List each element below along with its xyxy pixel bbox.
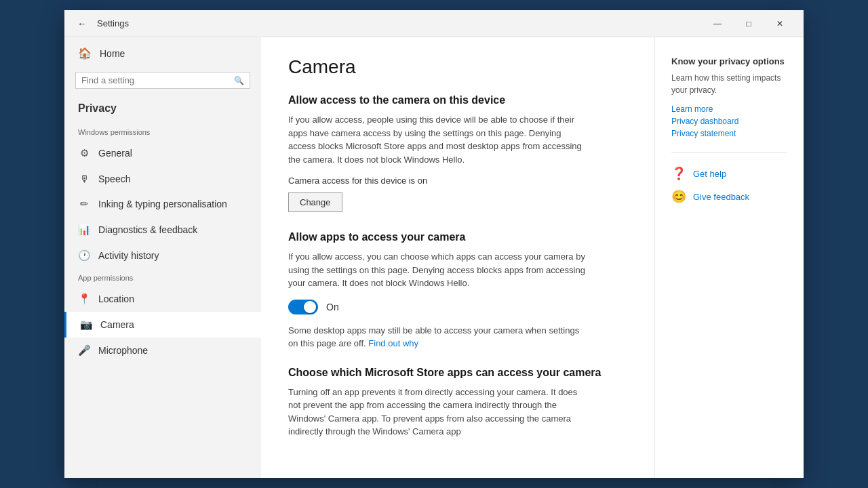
section2-desc: If you allow access, you can choose whic… bbox=[288, 250, 587, 290]
back-button[interactable]: ← bbox=[73, 14, 92, 33]
inking-icon: ✏ bbox=[78, 198, 90, 210]
speech-label: Speech bbox=[98, 174, 130, 184]
microphone-icon: 🎤 bbox=[78, 344, 90, 357]
camera-label: Camera bbox=[100, 319, 134, 330]
note-text: Some desktop apps may still be able to a… bbox=[288, 324, 587, 350]
camera-toggle[interactable] bbox=[288, 300, 318, 314]
home-label: Home bbox=[100, 48, 125, 59]
app-permissions-label: App permissions bbox=[64, 268, 261, 286]
change-button[interactable]: Change bbox=[288, 192, 342, 212]
sidebar-item-location[interactable]: 📍 Location bbox=[64, 286, 261, 312]
section3-title: Choose which Microsoft Store apps can ac… bbox=[288, 367, 627, 379]
search-icon: 🔍 bbox=[234, 76, 244, 85]
right-panel-title: Know your privacy options bbox=[671, 56, 787, 66]
privacy-header: Privacy bbox=[64, 100, 261, 123]
camera-icon: 📷 bbox=[80, 319, 92, 331]
sidebar-item-speech[interactable]: 🎙 Speech bbox=[64, 166, 261, 191]
sidebar: 🏠 Home 🔍 Privacy Windows permissions ⚙ G… bbox=[64, 37, 261, 478]
page-title: Camera bbox=[288, 56, 627, 78]
right-panel: Know your privacy options Learn how this… bbox=[654, 37, 804, 478]
content-area: 🏠 Home 🔍 Privacy Windows permissions ⚙ G… bbox=[64, 37, 804, 478]
general-icon: ⚙ bbox=[78, 147, 90, 159]
titlebar: ← Settings — □ ✕ bbox=[64, 10, 804, 37]
get-help-label: Get help bbox=[693, 169, 726, 179]
location-label: Location bbox=[98, 293, 134, 304]
toggle-row: On bbox=[288, 300, 627, 314]
get-help-item[interactable]: ❓ Get help bbox=[671, 166, 787, 181]
microphone-label: Microphone bbox=[98, 345, 148, 356]
minimize-button[interactable]: — bbox=[702, 10, 733, 37]
give-feedback-label: Give feedback bbox=[693, 192, 749, 202]
titlebar-title: Settings bbox=[97, 18, 129, 28]
window-controls: — □ ✕ bbox=[702, 10, 795, 37]
section2-title: Allow apps to access your camera bbox=[288, 231, 627, 243]
camera-status-text: Camera access for this device is on bbox=[288, 176, 627, 186]
section3-desc: Turning off an app prevents it from dire… bbox=[288, 386, 587, 439]
home-icon: 🏠 bbox=[78, 47, 92, 60]
settings-window: ← Settings — □ ✕ 🏠 Home 🔍 Privacy Window… bbox=[64, 10, 804, 478]
right-panel-desc: Learn how this setting impacts your priv… bbox=[671, 72, 787, 96]
sidebar-item-activity[interactable]: 🕐 Activity history bbox=[64, 243, 261, 268]
give-feedback-item[interactable]: 😊 Give feedback bbox=[671, 189, 787, 204]
speech-icon: 🎙 bbox=[78, 173, 90, 184]
get-help-icon: ❓ bbox=[671, 166, 686, 181]
diagnostics-label: Diagnostics & feedback bbox=[98, 224, 197, 235]
close-button[interactable]: ✕ bbox=[764, 10, 795, 37]
privacy-dashboard-link[interactable]: Privacy dashboard bbox=[671, 117, 787, 126]
sidebar-item-microphone[interactable]: 🎤 Microphone bbox=[64, 338, 261, 363]
section1-desc: If you allow access, people using this d… bbox=[288, 113, 587, 166]
windows-permissions-label: Windows permissions bbox=[64, 123, 261, 140]
diagnostics-icon: 📊 bbox=[78, 224, 90, 236]
main-content: Camera Allow access to the camera on thi… bbox=[261, 37, 654, 478]
search-input[interactable] bbox=[81, 75, 234, 85]
sidebar-item-camera[interactable]: 📷 Camera bbox=[64, 312, 261, 338]
sidebar-item-home[interactable]: 🏠 Home bbox=[64, 37, 261, 69]
find-out-why-link[interactable]: Find out why bbox=[368, 338, 418, 348]
location-icon: 📍 bbox=[78, 293, 90, 305]
right-divider bbox=[671, 152, 787, 152]
give-feedback-icon: 😊 bbox=[671, 189, 686, 204]
activity-icon: 🕐 bbox=[78, 249, 90, 262]
maximize-button[interactable]: □ bbox=[733, 10, 764, 37]
inking-label: Inking & typing personalisation bbox=[98, 199, 227, 209]
privacy-statement-link[interactable]: Privacy statement bbox=[671, 129, 787, 138]
sidebar-item-inking[interactable]: ✏ Inking & typing personalisation bbox=[64, 191, 261, 217]
sidebar-item-general[interactable]: ⚙ General bbox=[64, 140, 261, 166]
sidebar-item-diagnostics[interactable]: 📊 Diagnostics & feedback bbox=[64, 217, 261, 243]
search-box[interactable]: 🔍 bbox=[75, 72, 250, 89]
toggle-knob bbox=[304, 301, 316, 313]
toggle-label: On bbox=[326, 302, 339, 312]
section1-title: Allow access to the camera on this devic… bbox=[288, 94, 627, 106]
activity-label: Activity history bbox=[98, 250, 159, 261]
general-label: General bbox=[98, 148, 132, 159]
learn-more-link[interactable]: Learn more bbox=[671, 104, 787, 114]
